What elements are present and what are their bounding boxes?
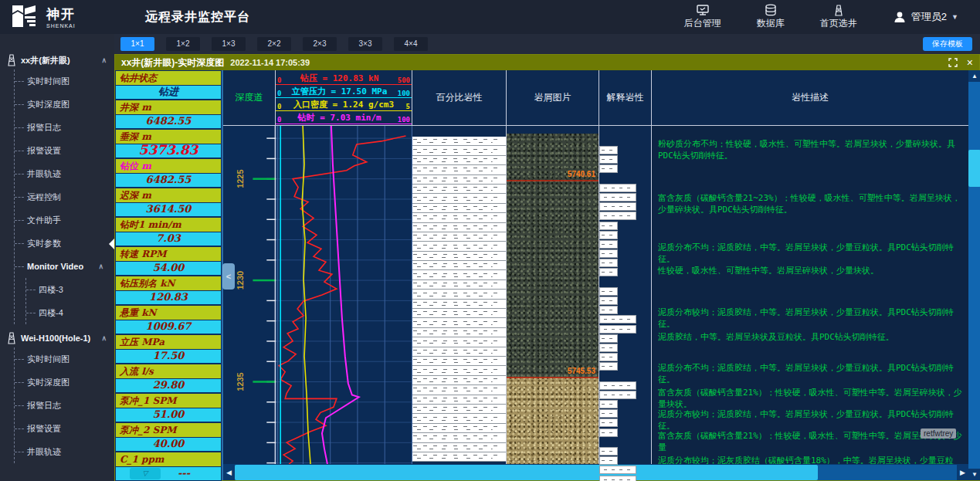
interp-lithology-box — [599, 315, 636, 323]
lithology-description-text: 泥质分布不均；泥质胶结，中等。岩屑呈块状，少量豆粒状。具PDC钻头切削特征。 — [658, 242, 964, 265]
percent-lithology-row — [412, 433, 506, 442]
sidebar-item-四楼-4[interactable]: 四楼-4 — [26, 301, 114, 324]
horizontal-scrollbar[interactable]: ◀ ▶ — [223, 464, 968, 480]
user-name: 管理员2 — [911, 10, 947, 24]
vertical-scroll-thumb[interactable] — [968, 150, 980, 187]
layout-tab-1×3[interactable]: 1×3 — [212, 37, 246, 51]
param-block-3: 钻位 m6482.55 — [115, 158, 222, 188]
monitor-icon — [696, 4, 710, 16]
interpreted-lithology-column — [599, 126, 652, 464]
param-value: 120.83 — [116, 291, 221, 304]
param-label: 泵冲_2 SPM — [116, 423, 221, 438]
interp-lithology-row — [599, 174, 651, 184]
nav-database[interactable]: 数据库 — [757, 4, 785, 30]
sidebar-item-报警日志[interactable]: 报警日志 — [15, 394, 114, 417]
lithology-description-header: 岩性描述 — [652, 70, 968, 125]
percent-lithology-row — [412, 156, 506, 165]
top-header: 神开 SHENKAI 远程录井监控平台 后台管理 — [0, 0, 980, 34]
percent-lithology-row — [412, 261, 506, 270]
user-menu[interactable]: 管理员2 ▼ — [893, 10, 958, 24]
param-value: 40.00 — [116, 438, 221, 451]
lithology-description-text: 富含灰质（碳酸钙含量21~23%）；性较硬，吸水性、可塑性中等。岩屑呈块状，少量… — [658, 192, 964, 215]
fullscreen-icon[interactable] — [948, 58, 958, 67]
layout-tab-3×3[interactable]: 3×3 — [348, 37, 382, 51]
param-value: 5373.83 — [116, 144, 221, 158]
depth-curve-track[interactable]: 122512301235 < — [223, 126, 412, 464]
percent-lithology-row — [412, 337, 506, 347]
percent-lithology-row — [412, 137, 506, 146]
param-label: 钻时1 min/m — [116, 218, 221, 232]
interp-lithology-row — [599, 231, 651, 240]
interp-lithology-box — [599, 202, 636, 211]
sidebar-item-实时参数[interactable]: 实时参数 — [15, 232, 114, 255]
sidebar-item-文件助手[interactable]: 文件助手 — [15, 208, 114, 232]
percent-lithology-row — [412, 185, 506, 194]
sidebar-item-实时时间图[interactable]: 实时时间图 — [15, 347, 114, 371]
interp-lithology-row — [599, 409, 651, 418]
sidebar-item-报警设置[interactable]: 报警设置 — [15, 139, 114, 162]
layout-tab-1×1[interactable]: 1×1 — [120, 37, 154, 51]
layout-tab-1×2[interactable]: 1×2 — [166, 37, 200, 51]
interp-lithology-row — [599, 334, 651, 344]
percent-lithology-row — [412, 213, 506, 222]
nav-home-well-select[interactable]: 首页选井 — [820, 4, 857, 30]
lithology-description-text: 泥质分布较均；泥质胶结，中等。岩屑呈块状，少量豆粒状。具PDC钻头切削特征。 — [658, 307, 964, 330]
layout-tab-2×3[interactable]: 2×3 — [303, 37, 337, 51]
param-value: 51.00 — [116, 408, 221, 422]
percent-lithology-row — [412, 424, 506, 433]
percent-lithology-row — [412, 204, 506, 213]
interp-lithology-box — [599, 400, 618, 408]
sidebar-item-井眼轨迹[interactable]: 井眼轨迹 — [15, 162, 114, 185]
sidebar-item-实时深度图[interactable]: 实时深度图 — [15, 371, 114, 394]
sidebar-item-远程控制[interactable]: 远程控制 — [15, 185, 114, 208]
scroll-left-icon[interactable]: ◀ — [223, 465, 235, 480]
percent-lithology-row — [412, 385, 506, 395]
sidebar-well-0[interactable]: xx井(新井眼)∧ — [6, 54, 114, 66]
interp-lithology-box — [599, 466, 636, 474]
photo-depth-line — [507, 180, 599, 181]
scroll-right-icon[interactable]: ▶ — [957, 465, 968, 480]
percent-lithology-row — [412, 290, 506, 299]
nav-backstage[interactable]: 后台管理 — [684, 4, 721, 30]
param-value: 钻进 — [116, 86, 221, 99]
nav-backstage-label: 后台管理 — [684, 17, 721, 30]
lithology-description-column: 粉砂质分布不均；性较硬，吸水性、可塑性中等。岩屑呈块状，少量碎块状。具PDC钻头… — [652, 126, 968, 464]
interp-lithology-box — [599, 164, 618, 173]
interp-lithology-row — [599, 146, 651, 155]
vertical-scrollbar[interactable]: ▲ ▼ — [968, 70, 980, 480]
sidebar-item-井眼轨迹[interactable]: 井眼轨迹 — [15, 440, 114, 463]
param-value: ▽--- — [116, 467, 221, 480]
interp-lithology-row — [599, 372, 651, 381]
scroll-up-icon[interactable]: ▲ — [968, 70, 980, 82]
sidebar-well-1[interactable]: Wei-H100(Hole-1)∧ — [6, 332, 114, 344]
layout-tab-4×4[interactable]: 4×4 — [394, 37, 428, 51]
lithology-description-text: 富含灰质（碳酸钙含量21%）；性较硬，吸水性、可塑性中等。岩屑呈碎块状，少量 — [658, 430, 964, 453]
cuttings-photo-header: 岩屑图片 — [507, 70, 599, 125]
percent-lithology-row — [412, 242, 506, 251]
interp-lithology-box — [599, 146, 618, 154]
legend-line-立管压力: 0立管压力 = 17.50 MPa100 — [276, 85, 412, 98]
interp-lithology-box — [599, 334, 618, 343]
param-label: 迟深 m — [116, 188, 221, 203]
sidebar-item-报警日志[interactable]: 报警日志 — [15, 116, 114, 139]
sidebar-group-monitor-video[interactable]: Monitor Video∧ — [15, 255, 114, 278]
horizontal-scroll-thumb[interactable] — [235, 465, 818, 480]
sidebar-item-报警设置[interactable]: 报警设置 — [15, 417, 114, 440]
interp-lithology-row — [599, 476, 651, 481]
interp-lithology-box — [599, 296, 618, 305]
chart-body: 122512301235 < 5740.615745.53 粉砂质分布不均；性较… — [223, 126, 968, 464]
save-template-button[interactable]: 保存模板 — [923, 37, 972, 51]
parameter-panel: 钻井状态钻进井深 m6482.55垂深 m5373.83钻位 m6482.55迟… — [115, 70, 223, 480]
param-value: 3614.50 — [116, 203, 221, 216]
sidebar-item-实时时间图[interactable]: 实时时间图 — [15, 69, 114, 93]
track-pan-left-button[interactable]: < — [222, 263, 235, 290]
percent-lithology-row — [412, 318, 506, 327]
param-block-12: 泵冲_2 SPM40.00 — [115, 422, 222, 452]
layout-tab-2×2[interactable]: 2×2 — [257, 37, 291, 51]
param-dropdown-button[interactable]: ▽ — [130, 468, 161, 479]
sidebar-item-实时深度图[interactable]: 实时深度图 — [15, 93, 114, 116]
sidebar-item-四楼-3[interactable]: 四楼-3 — [26, 278, 114, 301]
scroll-down-icon[interactable]: ▼ — [968, 469, 980, 480]
close-icon[interactable]: × — [967, 58, 973, 67]
lithology-description-text: 泥质分布不均；泥质胶结，中等。岩屑呈块状，少量豆粒状。具PDC钻头切削特征。 — [658, 362, 964, 385]
